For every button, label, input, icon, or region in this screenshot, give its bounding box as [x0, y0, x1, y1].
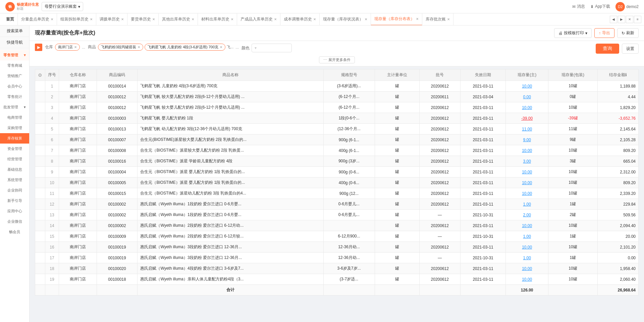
tab-home[interactable]: 首页 — [3, 13, 18, 25]
row-qty-pack: 0罐 — [548, 92, 597, 102]
settings-icon[interactable]: ⚙ — [38, 72, 42, 78]
sidebar-item-new-guide[interactable]: 新手引导 — [0, 196, 29, 206]
row-qty-main[interactable]: 0.00 — [506, 92, 548, 102]
nav-next-button[interactable]: ▶ — [618, 16, 625, 23]
tab-8[interactable]: 现存量（库存状况表） ✕ — [320, 13, 371, 25]
tab-close-5[interactable]: ✕ — [231, 17, 233, 21]
row-settings — [35, 156, 45, 167]
nav-prev-button[interactable]: ◀ — [610, 16, 617, 23]
tab-close-7[interactable]: ✕ — [313, 17, 316, 21]
sidebar-item-retail-mgmt[interactable]: 零售管理 ▾ — [0, 50, 29, 60]
row-qty-main[interactable]: 10.00 — [506, 102, 548, 113]
row-qty-main[interactable]: 10.00 — [506, 274, 548, 285]
row-unit: 罐 — [375, 210, 419, 220]
tab-1[interactable]: 组装拆卸单历史 ✕ — [57, 13, 96, 25]
settings-button[interactable]: 设置 — [622, 44, 639, 54]
expand-more-button[interactable]: ⋯ 展开更多条件 — [319, 56, 355, 63]
row-qty-main[interactable]: 10.00 — [506, 242, 548, 253]
tab-4[interactable]: 其他出库单历史 ✕ — [159, 13, 198, 25]
tab-5[interactable]: 材料出库单历史 ✕ — [198, 13, 237, 25]
row-index: 7 — [45, 145, 59, 156]
row-qty-main[interactable]: 10.00 — [506, 145, 548, 156]
tab-close-9[interactable]: ✕ — [416, 17, 419, 21]
goods-tag-remove-1[interactable]: ✕ — [220, 45, 222, 49]
row-settings — [35, 145, 45, 156]
refresh-button[interactable]: ↻ 刷新 — [617, 28, 639, 38]
export-button[interactable]: ↑ 导出 — [594, 28, 614, 38]
row-qty-main[interactable]: 3.00 — [506, 156, 548, 167]
row-balance: 20.00 — [598, 231, 639, 242]
sidebar-item-wholesale-mgmt[interactable]: 批发管理 ▾ — [0, 102, 29, 112]
sidebar-item-basic-info[interactable]: 基础信息 — [0, 164, 29, 175]
goods-ellipsis[interactable]: ... — [235, 45, 239, 50]
search-menu[interactable]: 搜索菜单 — [0, 25, 29, 37]
row-index: 3 — [45, 102, 59, 113]
goods-tag-more[interactable]: 飞... — [227, 45, 233, 50]
sidebar-item-enterprise-weixin[interactable]: 企业微信 — [0, 216, 29, 227]
quick-nav[interactable]: 快捷导航 — [0, 37, 29, 48]
tab-3[interactable]: 要货单历史 ✕ — [127, 13, 159, 25]
app-download-button[interactable]: ⬇ App下载 — [590, 4, 610, 9]
nav-close-button[interactable]: ✕ — [626, 16, 633, 23]
tab-close-8[interactable]: ✕ — [365, 17, 367, 21]
tab-close-0[interactable]: ✕ — [51, 17, 53, 21]
tab-close-6[interactable]: ✕ — [274, 17, 277, 21]
sidebar-item-vip-member[interactable]: 畅会员 — [0, 227, 29, 237]
row-qty-main[interactable]: 10.00 — [506, 188, 548, 199]
filter-expand-toggle[interactable]: ▶ — [35, 44, 42, 51]
row-qty-main[interactable]: 10.00 — [506, 177, 548, 188]
template-print-button[interactable]: 🖨 按模板打印 ▾ — [554, 28, 592, 38]
tab-close-1[interactable]: ✕ — [90, 17, 93, 21]
row-qty-main[interactable]: 10.00 — [506, 263, 548, 274]
row-qty-main[interactable]: 10.00 — [506, 220, 548, 231]
user-profile[interactable]: D2 demo2 — [615, 2, 639, 11]
row-qty-main[interactable]: 11.00 — [506, 124, 548, 135]
warehouse-ellipsis[interactable]: ... — [82, 45, 85, 50]
tab-10[interactable]: 库存批次账 ✕ — [422, 13, 453, 25]
row-qty-main[interactable]: 9.00 — [506, 135, 548, 145]
row-qty-main[interactable]: 1.00 — [506, 253, 548, 263]
sidebar-item-finance-mgmt[interactable]: 资金管理 — [0, 144, 29, 154]
row-unit: 罐 — [375, 220, 419, 231]
query-button[interactable]: 查询 — [596, 44, 619, 54]
row-qty-main[interactable]: 10.00 — [506, 81, 548, 92]
row-qty-main[interactable]: 2.00 — [506, 210, 548, 220]
row-warehouse: 南岸门店 — [59, 231, 97, 242]
row-qty-main[interactable]: 1.00 — [506, 231, 548, 242]
tab-7[interactable]: 成本调整单历史 ✕ — [280, 13, 320, 25]
row-unit: 罐 — [375, 199, 419, 210]
messages-button[interactable]: ✉ 消息 — [572, 4, 585, 9]
nav-menu-button[interactable]: ≡ — [634, 16, 641, 23]
tab-close-2[interactable]: ✕ — [121, 17, 124, 21]
tab-2[interactable]: 调拨单历史 ✕ — [96, 13, 127, 25]
sidebar-item-enterprise-collab[interactable]: 企业协同 — [0, 185, 29, 196]
sidebar-item-purchase-mgmt[interactable]: 采购管理 — [0, 123, 29, 133]
tab-close-3[interactable]: ✕ — [152, 17, 155, 21]
goods-tag-0[interactable]: 飞鹤奶粉3段丙罐搭装 ✕ — [98, 44, 143, 51]
sidebar-item-marketing[interactable]: 营销推广 — [0, 71, 29, 81]
row-qty-main[interactable]: 10.00 — [506, 167, 548, 177]
sidebar-item-retail-stats[interactable]: 零售统计 — [0, 92, 29, 102]
goods-tag-remove-0[interactable]: ✕ — [138, 45, 140, 49]
sidebar-item-inventory-check[interactable]: 库存核算 — [0, 133, 29, 144]
sidebar-item-member-center[interactable]: 会员中心 — [0, 81, 29, 92]
sidebar-item-retail-store[interactable]: 零售商城 — [0, 60, 29, 71]
sidebar-item-system-mgmt[interactable]: 系统管理 — [0, 175, 29, 185]
row-qty-main[interactable]: 1.00 — [506, 199, 548, 210]
account-selector[interactable]: 母婴行业演示账套 ▾ — [42, 2, 83, 11]
tab-0[interactable]: 分量盘点单历史 ✕ — [18, 13, 57, 25]
warehouse-tag-remove-0[interactable]: ✕ — [74, 45, 77, 49]
sidebar-item-operations-mgmt[interactable]: 经营管理 — [0, 154, 29, 164]
color-selector[interactable]: ▾ — [252, 44, 292, 52]
sidebar-item-app-center[interactable]: 应用中心 — [0, 206, 29, 216]
tab-close-4[interactable]: ✕ — [192, 17, 194, 21]
warehouse-tag-0[interactable]: 南岸门店 ✕ — [55, 44, 80, 51]
tab-6[interactable]: 产成品入库单历史 ✕ — [237, 13, 280, 25]
row-qty-main[interactable]: -39.00 — [506, 113, 548, 124]
tab-close-10[interactable]: ✕ — [447, 17, 450, 21]
th-settings[interactable]: ⚙ — [35, 69, 45, 81]
tab-9[interactable]: 现存量（库存分布表） ✕ — [371, 13, 422, 25]
row-batch: 20200612 — [419, 81, 460, 92]
goods-tag-1[interactable]: 飞鹤星飞帆 儿童奶粉 4段(3-6岁适用) 700克 ✕ — [145, 44, 225, 51]
sidebar-item-ecommerce-mgmt[interactable]: 电商管理 — [0, 112, 29, 123]
